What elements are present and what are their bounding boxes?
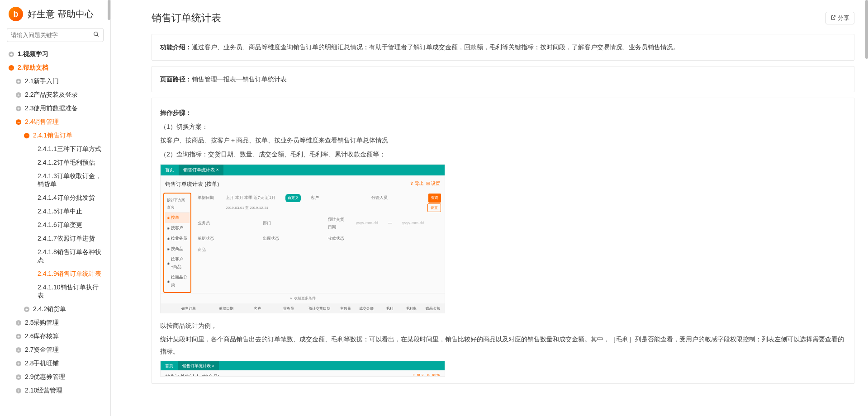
img2-l1: ⇪ 显示 (412, 373, 425, 377)
nav-item[interactable]: 2.4.1.6订单变更 (7, 218, 104, 232)
img1-f-biz: 业务员 (198, 219, 216, 227)
toggle-icon[interactable]: − (8, 64, 15, 71)
img1-scheme-item: ◉ 按业务员 (165, 233, 190, 244)
intro-text: 通过客户、业务员、商品等维度查询销售订单的明细汇总情况；有助于管理者了解订单成交… (192, 43, 679, 51)
nav-item[interactable]: 2.4.1.10销售订单执行表 (7, 281, 104, 303)
img1-f-pdate: 预计交货日期 (328, 216, 346, 231)
steps-block: 操作步骤： （1）切换方案： 按客户、按商品、按客户＋商品、按单、按业务员等维度… (152, 98, 854, 384)
nav-item[interactable]: +2.2产品安装及登录 (7, 88, 104, 102)
nav-label: 2.4.1.9销售订单统计表 (38, 270, 101, 278)
img1-th (161, 303, 166, 313)
toggle-icon[interactable]: + (15, 105, 22, 112)
nav-item[interactable]: 2.4.1.3订单收取订金，销货单 (7, 170, 104, 191)
nav-label: 2.8手机旺铺 (25, 359, 59, 368)
img1-th: 主数量 (336, 303, 355, 313)
nav-label: 2.4.1.3订单收取订金，销货单 (38, 172, 103, 189)
img1-btn-query: 查询 (428, 194, 441, 202)
img1-f-date: 单据日期 (198, 194, 216, 202)
nav-item[interactable]: −2.4.1销售订单 (7, 129, 104, 142)
toggle-icon[interactable]: + (15, 333, 22, 340)
search-input[interactable] (11, 32, 93, 38)
nav-item[interactable]: +2.1新手入门 (7, 75, 104, 88)
sidebar: b 好生意 帮助中心 +1.视频学习−2.帮助文档+2.1新手入门+2.2产品安… (0, 0, 111, 416)
img2-l2: ↻ 刷新 (427, 373, 440, 377)
intro-card: 功能介绍：通过客户、业务员、商品等维度查询销售订单的明细汇总情况；有助于管理者了… (152, 34, 854, 61)
toggle-icon[interactable]: + (8, 51, 15, 58)
nav-label: 2.1新手入门 (25, 77, 59, 85)
nav-item[interactable]: +2.3使用前数据准备 (7, 102, 104, 115)
search-input-wrapper[interactable] (7, 28, 104, 42)
intro-label: 功能介绍： (160, 43, 192, 51)
img1-filter-main: 单据日期 上月 本月 本季 近7天 近1月 自定义 客户 分管人员 查询 201… (194, 193, 445, 293)
example-p1: 统计某段时间里，各个商品销售出去的订单笔数、成交金额、毛利等数据；可以看出，在某… (160, 333, 846, 357)
img1-f-status: 单据状态 (198, 235, 216, 242)
img1-th: 销售订单 (166, 303, 211, 313)
img1-scheme-item: ◉ 按商品分类 (165, 272, 190, 290)
img1-th: 赠品金额 (421, 303, 445, 313)
toggle-icon[interactable]: + (15, 319, 22, 326)
svg-line-1 (97, 35, 99, 37)
img1-th: 业务员 (275, 303, 303, 313)
toggle-icon[interactable]: + (15, 387, 22, 394)
img1-f-range2: 2019-03-01 至 2019-12-31 (226, 204, 268, 211)
nav-item[interactable]: 2.4.1.7依照订单进货 (7, 232, 104, 246)
svg-text:+: + (17, 361, 20, 366)
img2-tab-active: 销售订单统计表 × (178, 361, 219, 370)
img1-f-out: 出库状态 (263, 235, 281, 242)
path-label: 页面路径： (160, 76, 192, 83)
nav-item[interactable]: −2.帮助文档 (7, 61, 104, 75)
path-card: 页面路径：销售管理—报表—销售订单统计表 (152, 66, 854, 93)
toggle-icon[interactable]: + (15, 346, 22, 354)
example-text: 以按商品统计为例， (160, 320, 846, 332)
img2-tab-home: 首页 (161, 362, 178, 370)
nav-item[interactable]: +2.5采购管理 (7, 316, 104, 330)
toggle-icon[interactable]: − (23, 132, 30, 139)
toggle-icon[interactable]: − (15, 118, 22, 126)
step-2: （2）查询指标：交货日期、数量、成交金额、毛利、毛利率、累计收款金额等； (160, 148, 846, 161)
img1-th: 毛利率 (401, 303, 421, 313)
toggle-icon[interactable]: + (15, 78, 22, 85)
nav-item[interactable]: 2.4.1.4订单分批发货 (7, 191, 104, 205)
toggle-icon[interactable]: + (15, 360, 22, 367)
nav-label: 2.4.1.2订单毛利预估 (38, 159, 95, 167)
nav-item[interactable]: +2.6库存核算 (7, 330, 104, 343)
nav-item[interactable]: 2.4.1.2订单毛利预估 (7, 156, 104, 170)
nav-item[interactable]: 2.4.1.5订单中止 (7, 205, 104, 218)
svg-text:+: + (17, 347, 20, 353)
toggle-icon[interactable]: + (15, 373, 22, 381)
nav-label: 2.4.1.1三种下订单方式 (38, 145, 101, 153)
nav-item[interactable]: +2.10经营管理 (7, 384, 104, 397)
nav-item[interactable]: 2.4.1.1三种下订单方式 (7, 142, 104, 156)
search-icon[interactable] (93, 31, 100, 39)
nav-item[interactable]: −2.4销售管理 (7, 115, 104, 129)
nav-item[interactable]: +1.视频学习 (7, 47, 104, 61)
svg-point-0 (94, 32, 98, 36)
img1-scheme-item: ◉ 按客户+商品 (165, 254, 190, 272)
toggle-icon[interactable]: + (23, 306, 30, 313)
page-header: 销售订单统计表 分享 (152, 11, 854, 25)
img1-f-staff: 分管人员 (371, 194, 389, 202)
nav-item[interactable]: +2.4.2销货单 (7, 303, 104, 316)
img1-setting: ⊞ 设置 (426, 181, 440, 186)
share-button[interactable]: 分享 (825, 12, 854, 24)
img1-f-range: 上月 本月 本季 近7天 近1月 (226, 194, 275, 202)
screenshot-1: 首页 销售订单统计表 × 销售订单统计表 (按单) ⇪ 导出 ⊞ 设置 按以下方… (160, 164, 445, 313)
nav-item[interactable]: +2.8手机旺铺 (7, 357, 104, 370)
svg-text:+: + (17, 320, 20, 326)
nav-label: 2.2产品安装及登录 (25, 91, 78, 99)
nav-item[interactable]: 2.4.1.8销售订单各种状态 (7, 246, 104, 267)
svg-text:−: − (10, 65, 13, 71)
nav-label: 2.4.2销货单 (33, 305, 66, 313)
svg-text:−: − (17, 119, 20, 125)
img1-f-custom: 自定义 (285, 194, 301, 202)
nav-item[interactable]: +2.7资金管理 (7, 343, 104, 357)
nav-item[interactable]: +2.9优惠券管理 (7, 370, 104, 384)
main-scrollbar[interactable] (865, 0, 868, 59)
sidebar-scrollbar[interactable] (108, 0, 110, 20)
nav-label: 2.10经营管理 (25, 387, 62, 395)
svg-text:+: + (10, 52, 13, 57)
nav-label: 2.4.1.8销售订单各种状态 (38, 248, 103, 265)
toggle-icon[interactable]: + (15, 91, 22, 99)
img1-btn-set: 设置 (427, 203, 441, 212)
nav-item[interactable]: 2.4.1.9销售订单统计表 (7, 267, 104, 281)
